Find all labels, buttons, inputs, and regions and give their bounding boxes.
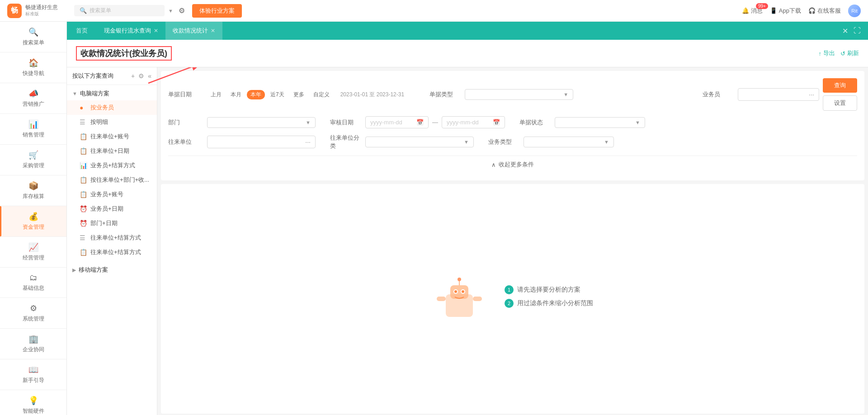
counterpart-category-chevron: ▼ xyxy=(464,139,469,145)
collapse-chevron-icon: ∧ xyxy=(491,161,496,168)
scheme-add-icon[interactable]: + xyxy=(131,72,135,80)
app-download-btn[interactable]: 📱 App下载 xyxy=(770,7,801,15)
svg-point-9 xyxy=(458,278,461,281)
date-tab-more[interactable]: 更多 xyxy=(290,90,308,99)
active-indicator xyxy=(0,206,1,236)
calendar-icon: 📅 xyxy=(416,119,424,126)
main-layout: 🔍 搜索菜单 🏠 快捷导航 📣 营销推广 📊 销售管理 🛒 采购管理 📦 库存核… xyxy=(0,22,868,415)
dept-date-icon: ⏰ xyxy=(80,220,87,227)
scheme-group-mobile: ▶ 移动端方案 xyxy=(67,261,157,278)
sidebar-item-sales[interactable]: 📊 销售管理 xyxy=(0,114,66,145)
scheme-item-unit-date[interactable]: 📋 往来单位+日期 xyxy=(67,144,157,158)
sidebar-item-inventory[interactable]: 📦 库存核算 xyxy=(0,175,66,206)
headset-icon: 🎧 xyxy=(808,7,816,14)
sidebar-item-quick-nav[interactable]: 🏠 快捷导航 xyxy=(0,52,66,83)
scheme-item-salesperson-date[interactable]: ⏰ 业务员+日期 xyxy=(67,202,157,216)
scheme-item-salesperson-account[interactable]: 📋 业务员+账号 xyxy=(67,187,157,202)
unit-settlement2-icon: 📋 xyxy=(80,249,87,256)
sidebar-item-smart-hw[interactable]: 💡 智能硬件 xyxy=(0,390,66,415)
scheme-item-salesperson-settlement[interactable]: 📊 业务员+结算方式 xyxy=(67,158,157,173)
svg-rect-7 xyxy=(473,297,482,301)
sidebar-item-guide[interactable]: 📖 新手引导 xyxy=(0,359,66,390)
page-header: 收款情况统计(按业务员) ↑ 导出 ↺ 刷新 xyxy=(67,40,868,67)
scheme-group-mobile-title[interactable]: ▶ 移动端方案 xyxy=(67,263,157,277)
scheme-item-unit-settlement1[interactable]: ☰ 往来单位+结算方式 xyxy=(67,231,157,245)
counterpart-select[interactable]: ··· xyxy=(207,136,316,148)
scheme-collapse-icon[interactable]: « xyxy=(148,72,151,80)
trial-btn[interactable]: 体验行业方案 xyxy=(192,4,242,18)
unit-date-icon: 📋 xyxy=(80,147,87,155)
counterpart-dots: ··· xyxy=(305,138,311,146)
business-type-select[interactable]: ▼ xyxy=(524,137,614,147)
audit-date-start[interactable]: yyyy-mm-dd 📅 xyxy=(365,116,429,128)
scheme-item-by-salesperson[interactable]: ● 按业务员 xyxy=(67,100,157,115)
enterprise-icon: 🏢 xyxy=(28,334,38,344)
page-header-actions: ↑ 导出 ↺ 刷新 xyxy=(819,49,859,57)
salesperson-settlement-icon: 📊 xyxy=(80,162,87,169)
sidebar-item-marketing[interactable]: 📣 营销推广 xyxy=(0,83,66,114)
unit-dept-icon: 📋 xyxy=(80,176,87,184)
salesperson-select[interactable]: ··· xyxy=(738,88,819,101)
query-btn[interactable]: 查询 xyxy=(823,78,857,93)
counterpart-label: 往来单位 xyxy=(168,138,200,146)
dept-select[interactable]: ▼ xyxy=(207,117,316,128)
header-search-box[interactable]: 🔍 搜索菜单 xyxy=(74,5,165,16)
export-btn[interactable]: ↑ 导出 xyxy=(819,49,835,57)
sidebar-item-operations[interactable]: 📈 经营管理 xyxy=(0,237,66,268)
tab-collection-stats-close[interactable]: ✕ xyxy=(211,28,215,34)
doc-type-select[interactable]: ▼ xyxy=(465,89,573,100)
sidebar-item-purchase[interactable]: 🛒 采购管理 xyxy=(0,145,66,175)
bell-icon: 🔔 xyxy=(742,7,749,14)
tab-collection-stats[interactable]: 收款情况统计 ✕ xyxy=(165,22,222,40)
refresh-btn[interactable]: ↺ 刷新 xyxy=(840,49,859,57)
main-panel: 单据日期 上月 本月 本年 近7天 更多 自定义 2023-01-01 至 20… xyxy=(157,67,868,415)
empty-state-step-1: 1 请先选择要分析的方案 xyxy=(505,285,593,294)
empty-state: 1 请先选择要分析的方案 2 用过滤条件来缩小分析范围 xyxy=(161,184,864,414)
tab-bank-flow-close[interactable]: ✕ xyxy=(154,28,158,34)
date-tab-last-month[interactable]: 上月 xyxy=(207,90,225,99)
tab-expand-btn[interactable]: ⛶ xyxy=(854,27,861,35)
tab-home[interactable]: 首页 xyxy=(67,22,97,40)
doc-type-chevron: ▼ xyxy=(563,92,568,97)
guide-icon: 📖 xyxy=(28,365,38,375)
tab-close-all-btn[interactable]: ✕ xyxy=(842,27,848,35)
sidebar-item-finance[interactable]: 💰 资金管理 xyxy=(0,206,66,237)
settings-btn[interactable]: 设置 xyxy=(823,95,857,111)
date-tab-this-year[interactable]: 本年 xyxy=(247,90,265,99)
audit-date-end[interactable]: yyyy-mm-dd 📅 xyxy=(442,116,505,128)
scheme-item-dept-date[interactable]: ⏰ 部门+日期 xyxy=(67,216,157,231)
scheme-item-by-detail[interactable]: ☰ 按明细 xyxy=(67,115,157,129)
counterpart-category-select[interactable]: ▼ xyxy=(365,137,474,147)
sidebar-item-system[interactable]: ⚙ 系统管理 xyxy=(0,298,66,329)
tab-bar: 首页 现金银行流水查询 ✕ 收款情况统计 ✕ ✕ ⛶ xyxy=(67,22,868,40)
sidebar-item-search-menu[interactable]: 🔍 搜索菜单 xyxy=(0,22,66,52)
collapse-bar[interactable]: ∧ 收起更多条件 xyxy=(168,156,857,173)
svg-rect-6 xyxy=(437,297,446,301)
scheme-item-unit-settlement2[interactable]: 📋 往来单位+结算方式 xyxy=(67,245,157,259)
salesperson-icon: ● xyxy=(80,104,87,111)
scheme-settings-icon[interactable]: ⚙ xyxy=(138,72,144,80)
doc-status-chevron: ▼ xyxy=(635,120,640,125)
date-tab-last-7-days[interactable]: 近7天 xyxy=(267,90,288,99)
scheme-item-unit-account[interactable]: 📋 往来单位+账号 xyxy=(67,129,157,144)
date-label: 单据日期 xyxy=(168,90,200,99)
user-avatar[interactable]: Rit xyxy=(848,5,861,17)
doc-status-select[interactable]: ▼ xyxy=(555,117,645,128)
sidebar-item-enterprise[interactable]: 🏢 企业协同 xyxy=(0,329,66,359)
salesperson-date-icon: ⏰ xyxy=(80,205,87,212)
tab-bar-right: ✕ ⛶ xyxy=(842,27,868,35)
scheme-header: 按以下方案查询 + ⚙ « xyxy=(67,67,157,85)
gear-settings[interactable]: ⚙ xyxy=(179,6,185,15)
header-chevron-down[interactable]: ▼ xyxy=(168,7,173,14)
scheme-item-unit-dept[interactable]: 📋 按往来单位+部门+收... xyxy=(67,173,157,187)
filter-panel: 单据日期 上月 本月 本年 近7天 更多 自定义 2023-01-01 至 20… xyxy=(161,71,864,180)
tab-bank-flow[interactable]: 现金银行流水查询 ✕ xyxy=(97,22,165,40)
expand-arrow: ▼ xyxy=(72,91,77,96)
date-tab-custom[interactable]: 自定义 xyxy=(310,90,333,99)
date-tab-this-month[interactable]: 本月 xyxy=(227,90,245,99)
scheme-group-desktop-title[interactable]: ▼ 电脑端方案 xyxy=(67,87,157,100)
sidebar-item-basic-info[interactable]: 🗂 基础信息 xyxy=(0,268,66,298)
search-icon: 🔍 xyxy=(80,7,87,14)
message-btn[interactable]: 🔔 消息 99+ xyxy=(742,7,763,15)
online-service-btn[interactable]: 🎧 在线客服 xyxy=(808,7,841,15)
